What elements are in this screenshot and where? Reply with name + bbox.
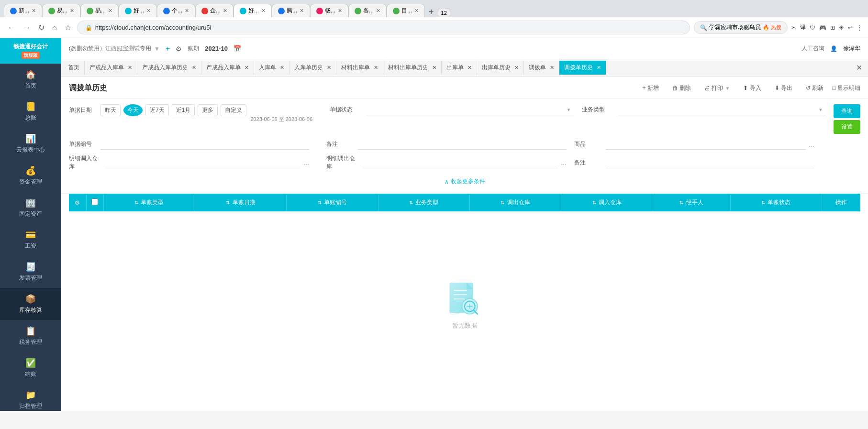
refresh-button[interactable]: ↻ xyxy=(36,21,46,34)
filter-settings-button[interactable]: 设置 xyxy=(834,120,860,134)
sidebar-item-archive[interactable]: 📁 归档管理 xyxy=(0,384,61,411)
page-tab-inbound-history-close[interactable]: ✕ xyxy=(327,65,331,71)
tab-close-4[interactable]: ✕ xyxy=(146,8,151,14)
menu-icon[interactable]: ⋮ xyxy=(857,24,862,31)
query-button[interactable]: 查询 xyxy=(834,104,860,118)
tab-close-9[interactable]: ✕ xyxy=(338,8,342,14)
page-tab-material-outbound-history-close[interactable]: ✕ xyxy=(432,65,436,71)
page-tab-inbound[interactable]: 入库单 ✕ xyxy=(254,61,289,75)
sidebar-item-fixed-assets[interactable]: 🏢 固定资产 xyxy=(0,192,61,224)
detail-out-input[interactable] xyxy=(363,157,558,168)
add-company-button[interactable]: + xyxy=(166,44,170,53)
tab-close-1[interactable]: ✕ xyxy=(32,8,36,14)
browser-tab-8[interactable]: 腾... ✕ xyxy=(272,4,310,17)
detail-in-more-icon[interactable]: ... xyxy=(303,159,309,166)
select-all-checkbox[interactable] xyxy=(91,198,98,205)
import-button[interactable]: ⬆ 导入 xyxy=(738,82,766,94)
th-doc-no[interactable]: ⇅ 单账编号 xyxy=(287,194,378,211)
page-tab-material-outbound-history[interactable]: 材料出库单历史 ✕ xyxy=(383,61,442,75)
product-more-icon[interactable]: ... xyxy=(809,141,814,148)
gear-icon[interactable]: ⚙ xyxy=(75,199,80,206)
th-doc-type[interactable]: ⇅ 单账类型 xyxy=(103,194,195,211)
home-button[interactable]: ⌂ xyxy=(50,22,59,34)
th-in-warehouse[interactable]: ⇅ 调入仓库 xyxy=(561,194,653,211)
new-button[interactable]: + 新增 xyxy=(637,82,663,94)
tab-close-11[interactable]: ✕ xyxy=(414,8,419,14)
page-tab-material-outbound-close[interactable]: ✕ xyxy=(374,65,378,71)
date-yesterday-btn[interactable]: 昨天 xyxy=(100,104,121,116)
undo-icon[interactable]: ↩ xyxy=(848,24,853,31)
tab-close-7[interactable]: ✕ xyxy=(261,8,266,14)
browser-tab-6[interactable]: 企... ✕ xyxy=(195,4,234,17)
browser-tab-3[interactable]: 易... ✕ xyxy=(80,4,119,17)
sidebar-item-ledger[interactable]: 📒 总账 xyxy=(0,96,61,128)
page-tab-outbound-history[interactable]: 出库单历史 ✕ xyxy=(477,61,524,75)
browser-tab-7[interactable]: 好... ✕ xyxy=(234,4,272,17)
page-tab-transfer-history-close[interactable]: ✕ xyxy=(597,65,601,71)
page-tab-product-inbound-history[interactable]: 产成品入库单历史 ✕ xyxy=(137,61,201,75)
date-custom-btn[interactable]: 自定义 xyxy=(221,104,246,116)
new-tab-button[interactable]: + xyxy=(425,7,438,17)
page-tab-outbound-close[interactable]: ✕ xyxy=(467,65,472,71)
page-tab-inbound-history[interactable]: 入库单历史 ✕ xyxy=(289,61,336,75)
th-biz-type[interactable]: ⇅ 业务类型 xyxy=(378,194,469,211)
page-tab-product-inbound2[interactable]: 产成品入库单 ✕ xyxy=(201,61,254,75)
page-tab-product-inbound2-close[interactable]: ✕ xyxy=(245,65,249,71)
th-gear[interactable]: ⚙ xyxy=(69,194,86,211)
grid-icon[interactable]: ⊞ xyxy=(830,24,835,31)
browser-tab-2[interactable]: 易... ✕ xyxy=(42,4,80,17)
collapse-filter-button[interactable]: ∧ 收起更多条件 xyxy=(69,176,860,187)
tab-close-8[interactable]: ✕ xyxy=(300,8,304,14)
browser-tab-10[interactable]: 各... ✕ xyxy=(348,4,387,17)
page-tab-transfer[interactable]: 调拨单 ✕ xyxy=(524,61,559,75)
status-select-wrapper[interactable]: 草稿 已审核 已作废 ▼ xyxy=(366,104,574,115)
sidebar-item-funds[interactable]: 💰 资金管理 xyxy=(0,160,61,192)
page-tab-transfer-history[interactable]: 调拨单历史 ✕ xyxy=(559,61,606,75)
scissors-icon[interactable]: ✂ xyxy=(791,24,796,31)
forward-button[interactable]: → xyxy=(21,22,33,34)
page-tab-transfer-close[interactable]: ✕ xyxy=(550,65,554,71)
browser-search-bar[interactable]: 🔍 学霸应聘市场驱鸟员 🔥 热搜 xyxy=(694,21,788,34)
page-tab-material-outbound[interactable]: 材料出库单 ✕ xyxy=(336,61,383,75)
page-tab-home[interactable]: 首页 xyxy=(63,61,85,75)
human-service[interactable]: 人工咨询 xyxy=(801,44,824,53)
th-doc-date[interactable]: ⇅ 单账日期 xyxy=(195,194,286,211)
date-month-btn[interactable]: 近1月 xyxy=(172,104,195,116)
date-week-btn[interactable]: 近7天 xyxy=(145,104,169,116)
close-all-tabs-button[interactable]: ✕ xyxy=(852,63,866,72)
page-tab-product-inbound[interactable]: 产成品入库单 ✕ xyxy=(85,61,137,75)
company-selector[interactable]: (勿删勿禁用）江西服宝测试专用 ▼ xyxy=(69,44,160,53)
detail-out-more-icon[interactable]: ... xyxy=(561,159,567,166)
delete-button[interactable]: 🗑 删除 xyxy=(668,82,696,94)
page-tab-product-inbound-history-close[interactable]: ✕ xyxy=(192,65,196,71)
print-button[interactable]: 🖨 打印 ▼ xyxy=(700,82,734,94)
browser-tab-4[interactable]: 好... ✕ xyxy=(119,4,157,17)
biz-type-select[interactable] xyxy=(618,104,826,115)
address-bar[interactable]: 🔒 https://cloud.chanjet.com/accounting/u… xyxy=(77,21,690,34)
date-today-btn[interactable]: 今天 xyxy=(123,104,143,116)
th-out-warehouse[interactable]: ⇅ 调出仓库 xyxy=(469,194,561,211)
user-avatar[interactable]: 👤 xyxy=(830,45,837,52)
th-handler[interactable]: ⇅ 经手人 xyxy=(653,194,730,211)
browser-tab-1[interactable]: 新... ✕ xyxy=(4,4,42,17)
back-button[interactable]: ← xyxy=(6,22,17,34)
browser-tab-5[interactable]: 个... ✕ xyxy=(157,4,195,17)
detail-in-input[interactable] xyxy=(105,157,300,168)
th-checkbox[interactable] xyxy=(86,194,103,211)
sidebar-item-reports[interactable]: 📊 云报表中心 xyxy=(0,128,61,160)
translate-icon[interactable]: 译 xyxy=(800,23,806,32)
page-tab-outbound[interactable]: 出库单 ✕ xyxy=(442,61,477,75)
date-more-btn[interactable]: 更多 xyxy=(198,104,218,116)
status-select[interactable]: 草稿 已审核 已作废 xyxy=(366,104,574,115)
tab-close-2[interactable]: ✕ xyxy=(70,8,74,14)
show-cols-label[interactable]: □ 显示明细 xyxy=(832,84,860,92)
sidebar-item-closing[interactable]: ✅ 结账 xyxy=(0,352,61,384)
settings-gear-icon[interactable]: ⚙ xyxy=(176,45,182,53)
product-input[interactable] xyxy=(606,139,806,150)
page-tab-outbound-history-close[interactable]: ✕ xyxy=(514,65,519,71)
tab-close-10[interactable]: ✕ xyxy=(376,8,380,14)
doc-no-input[interactable] xyxy=(100,139,309,150)
remark-input[interactable] xyxy=(358,139,567,150)
detail-remark-input[interactable] xyxy=(606,157,814,168)
sun-icon[interactable]: ☀ xyxy=(839,24,844,31)
